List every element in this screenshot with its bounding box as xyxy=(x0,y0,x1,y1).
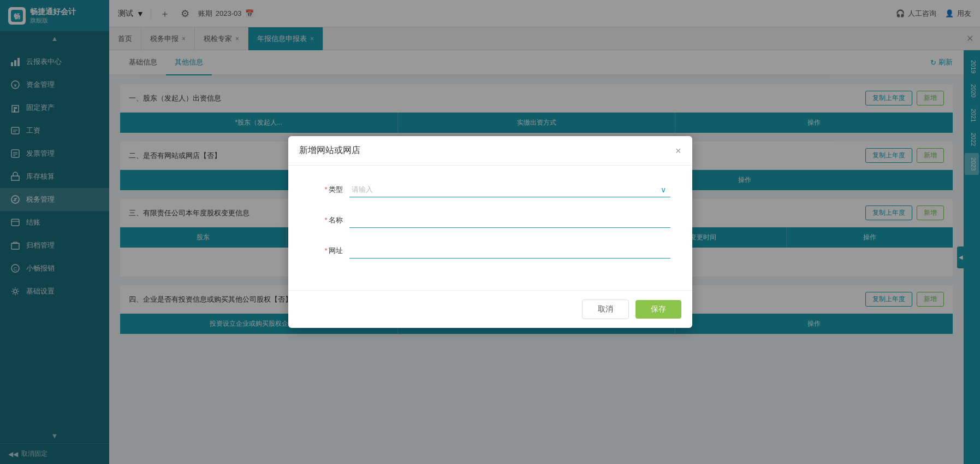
dialog-save-btn[interactable]: 保存 xyxy=(635,300,681,319)
url-input[interactable] xyxy=(349,243,670,258)
type-label: *类型 xyxy=(310,185,343,195)
dialog-header: 新增网站或网店 × xyxy=(288,136,692,166)
name-input-wrap xyxy=(349,213,670,228)
dialog-body: *类型 ∨ *名称 *网址 xyxy=(288,166,692,290)
dialog-close-btn[interactable]: × xyxy=(675,146,681,156)
form-row-type: *类型 ∨ xyxy=(310,182,670,197)
type-input-wrap: ∨ xyxy=(349,182,670,197)
dialog-footer: 取消 保存 xyxy=(288,290,692,328)
dialog-title: 新增网站或网店 xyxy=(299,145,360,156)
dialog-cancel-btn[interactable]: 取消 xyxy=(582,299,629,319)
form-row-name: *名称 xyxy=(310,213,670,228)
add-website-dialog: 新增网站或网店 × *类型 ∨ *名称 xyxy=(288,136,692,328)
name-input[interactable] xyxy=(349,213,670,227)
url-label: *网址 xyxy=(310,246,343,256)
type-input[interactable] xyxy=(349,182,670,197)
url-input-wrap xyxy=(349,243,670,259)
dialog-overlay: 新增网站或网店 × *类型 ∨ *名称 xyxy=(0,0,980,464)
name-label: *名称 xyxy=(310,215,343,225)
form-row-url: *网址 xyxy=(310,243,670,259)
